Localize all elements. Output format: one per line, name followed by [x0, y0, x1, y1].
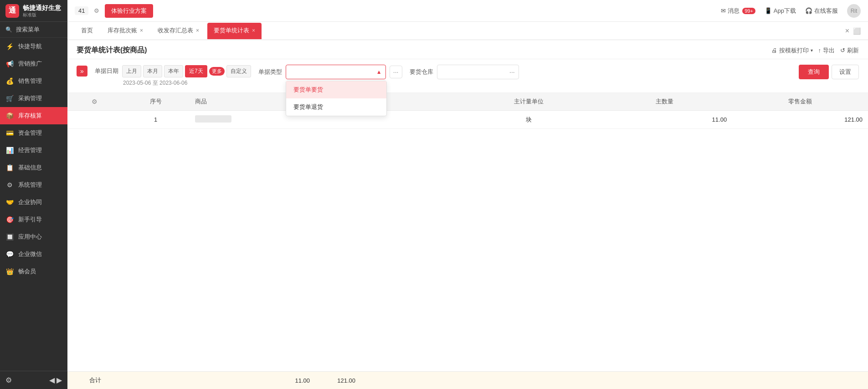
tab-order-stats[interactable]: 要货单统计表 ×	[207, 23, 262, 39]
filter-row: » 单据日期 上月 本月 本年 近7天 更多 自定义 2023-05-06 至 …	[67, 59, 868, 93]
refresh-btn[interactable]: ↺ 刷新	[840, 46, 859, 55]
sidebar-item-label: 新手引导	[18, 215, 42, 224]
col-sale-amount: 零售金额	[732, 93, 868, 111]
sidebar-bottom: ⚙ ◀ ▶	[0, 371, 67, 389]
sidebar-item-guide[interactable]: 🎯 新手引导	[0, 211, 67, 228]
dropdown-option-return[interactable]: 要货单退货	[286, 98, 386, 116]
product-name-placeholder	[195, 115, 231, 123]
purchase-icon: 🛒	[5, 95, 14, 102]
template-print-label: 按模板打印	[779, 46, 809, 55]
page-header: 要货单统计表(按商品) 🖨 按模板打印 ▾ ↑ 导出 ↺ 刷新	[67, 40, 868, 59]
more-badge[interactable]: 更多	[209, 67, 225, 76]
row-quantity: 11.00	[596, 111, 732, 129]
date-btn-custom[interactable]: 自定义	[226, 65, 251, 77]
tab-bar: 首页 库存批次账 × 收发存汇总表 × 要货单统计表 × × ⬜	[67, 22, 868, 40]
date-btn-recent7[interactable]: 近7天	[185, 65, 207, 77]
col-settings: ⚙	[67, 93, 122, 111]
sidebar-item-label: 销售管理	[18, 77, 42, 85]
basic-info-icon: 📋	[5, 164, 14, 171]
tab-home-label: 首页	[81, 26, 93, 35]
page-content: 要货单统计表(按商品) 🖨 按模板打印 ▾ ↑ 导出 ↺ 刷新	[67, 40, 868, 389]
gear-icon[interactable]: ⚙	[94, 7, 99, 14]
tab-receipt-summary[interactable]: 收发存汇总表 ×	[151, 23, 205, 39]
page-actions: 🖨 按模板打印 ▾ ↑ 导出 ↺ 刷新	[771, 46, 859, 55]
system-icon: ⚙	[5, 181, 14, 189]
sidebar-item-quick-nav[interactable]: ⚡ 快捷导航	[0, 38, 67, 55]
sidebar-item-system[interactable]: ⚙ 系统管理	[0, 176, 67, 194]
date-btn-this-year[interactable]: 本年	[164, 65, 183, 77]
tab-batch-account[interactable]: 库存批次账 ×	[101, 23, 149, 39]
settings-icon[interactable]: ⚙	[5, 376, 12, 384]
download-icon: 📱	[765, 7, 772, 14]
sidebar-item-finance[interactable]: 💳 资金管理	[0, 124, 67, 142]
sidebar-item-label: 系统管理	[18, 181, 42, 189]
export-btn[interactable]: ↑ 导出	[818, 46, 835, 55]
sidebar-item-purchase[interactable]: 🛒 采购管理	[0, 90, 67, 107]
template-print-btn[interactable]: 🖨 按模板打印 ▾	[771, 46, 813, 55]
settings-button[interactable]: 设置	[832, 65, 859, 79]
quick-nav-icon: ⚡	[5, 43, 14, 50]
tab-close-receipt[interactable]: ×	[196, 28, 199, 33]
tab-close-all-icon[interactable]: ×	[845, 27, 849, 35]
warehouse-more-icon: ···	[509, 66, 515, 78]
filter-expand-btn[interactable]: »	[77, 66, 87, 77]
data-table: ⚙ 序号 商品 主计量单位 主数量	[67, 93, 868, 129]
app-name: 畅捷通好生意	[23, 4, 61, 12]
sidebar-toggle-icon[interactable]: ◀ ▶	[49, 376, 62, 384]
sidebar-search[interactable]: 🔍 搜索菜单	[0, 22, 67, 38]
table-wrapper: ⚙ 序号 商品 主计量单位 主数量	[67, 93, 868, 371]
tab-maximize-icon[interactable]: ⬜	[853, 27, 861, 35]
refresh-label: 刷新	[847, 46, 859, 55]
col-index: 序号	[122, 93, 190, 111]
date-buttons: 上月 本月 本年 近7天 更多 自定义	[122, 65, 251, 77]
sidebar-item-inventory[interactable]: 📦 库存核算	[0, 107, 67, 124]
sidebar-item-sales[interactable]: 💰 销售管理	[0, 72, 67, 90]
sidebar-item-wechat[interactable]: 💬 企业微信	[0, 246, 67, 263]
operations-icon: 📊	[5, 147, 14, 154]
sidebar-item-label: 快捷导航	[18, 42, 42, 51]
dropdown-option-goods[interactable]: 要货单要货	[286, 81, 386, 98]
tab-batch-label: 库存批次账	[108, 26, 137, 35]
sidebar-item-marketing[interactable]: 📢 营销推广	[0, 55, 67, 72]
date-btn-last-month[interactable]: 上月	[122, 65, 141, 77]
filter-more-btn[interactable]: ···	[390, 66, 402, 78]
online-service-label: 在线客服	[814, 7, 838, 15]
filter-type-select[interactable]: ▲ 要货单要货 要货单退货	[286, 65, 386, 79]
type-dropdown: 要货单要货 要货单退货	[286, 81, 387, 116]
guide-icon: 🎯	[5, 216, 14, 223]
trial-button[interactable]: 体验行业方案	[105, 4, 153, 18]
sidebar-item-app-center[interactable]: 🔲 应用中心	[0, 228, 67, 246]
header-left: 41 ⚙ 体验行业方案	[75, 4, 153, 18]
main-content: 41 ⚙ 体验行业方案 ✉ 消息 99+ 📱 App下载 🎧 在线客服 Rit …	[67, 0, 868, 389]
sidebar: 通 畅捷通好生意 标准版 🔍 搜索菜单 ⚡ 快捷导航 📢 营销推广 💰 销售管理…	[0, 0, 67, 389]
col-settings-icon[interactable]: ⚙	[92, 98, 98, 105]
filter-action-btns: 查询 设置	[799, 65, 859, 79]
sidebar-item-label: 企业协同	[18, 198, 42, 206]
query-button[interactable]: 查询	[799, 65, 829, 79]
row-settings	[67, 111, 122, 129]
sidebar-item-cooperation[interactable]: 🤝 企业协同	[0, 194, 67, 211]
app-version: 标准版	[23, 12, 61, 18]
service-icon: 🎧	[805, 7, 812, 14]
sidebar-item-basic-info[interactable]: 📋 基础信息	[0, 159, 67, 176]
top-header: 41 ⚙ 体验行业方案 ✉ 消息 99+ 📱 App下载 🎧 在线客服 Rit	[67, 0, 868, 22]
wechat-icon: 💬	[5, 251, 14, 258]
sidebar-search-label: 搜索菜单	[16, 26, 40, 34]
tab-close-batch[interactable]: ×	[140, 28, 143, 33]
sidebar-item-membership[interactable]: 👑 畅会员	[0, 263, 67, 280]
notifications-action[interactable]: ✉ 消息 99+	[721, 7, 755, 15]
online-service-action[interactable]: 🎧 在线客服	[805, 7, 838, 15]
finance-icon: 💳	[5, 129, 14, 137]
date-btn-this-month[interactable]: 本月	[143, 65, 162, 77]
tab-home[interactable]: 首页	[75, 23, 99, 39]
sidebar-item-label: 库存核算	[18, 112, 42, 120]
expand-icon: »	[80, 67, 84, 75]
filter-warehouse-select[interactable]: ···	[437, 65, 519, 79]
tab-close-order[interactable]: ×	[252, 28, 255, 33]
sidebar-item-operations[interactable]: 📊 经营管理	[0, 142, 67, 159]
filter-type-wrapper: 单据类型 ▲ 要货单要货 要货单退货 ···	[258, 65, 402, 79]
sidebar-item-label: 资金管理	[18, 129, 42, 137]
app-download-action[interactable]: 📱 App下载	[765, 7, 796, 15]
col-quantity: 主数量	[596, 93, 732, 111]
avatar[interactable]: Rit	[847, 4, 861, 18]
